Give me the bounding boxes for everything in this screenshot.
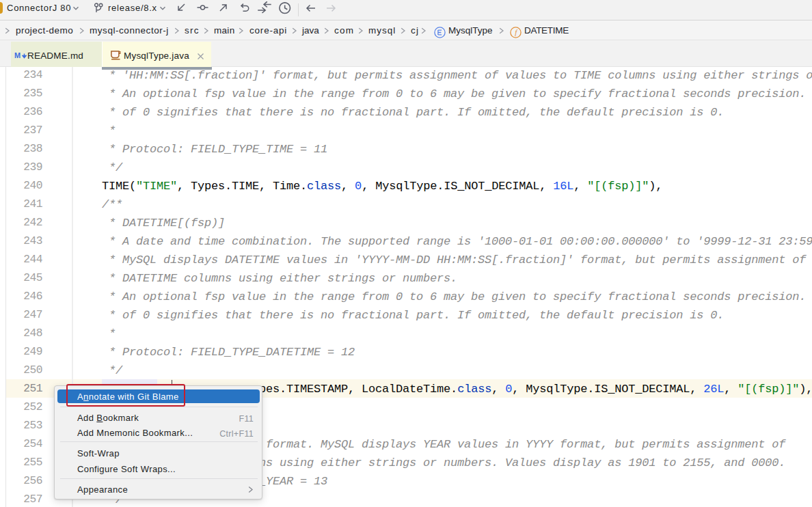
- svg-text:f: f: [515, 28, 518, 36]
